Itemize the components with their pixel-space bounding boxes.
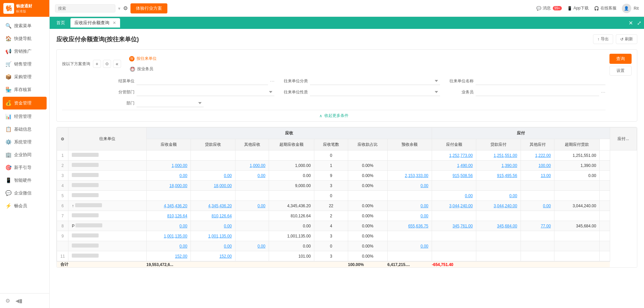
unit-nature-select[interactable] [310,88,440,96]
refresh-icon: ↺ [620,37,624,42]
hardware-icon: 📱 [5,177,11,183]
salesman-input[interactable] [476,88,599,96]
sidebar-item-enterprise[interactable]: 🏢 企业协同 [0,148,49,161]
th-settings[interactable]: ⚙ [57,128,68,150]
sidebar-item-shortcut[interactable]: 🏠 快捷导航 [0,32,49,45]
th-ap-overdue: 超期应付货款 [554,139,600,150]
sidebar-item-inventory[interactable]: 🏪 库存核算 [0,83,49,96]
marketing-icon: 📢 [5,48,11,54]
dept-manager-select[interactable] [137,88,274,96]
total-ar-amount: 19,553,472,6... [147,261,191,267]
sidebar-item-wechat[interactable]: 💬 企业微信 [0,187,49,200]
total-row: 合计 19,553,472,6... 100.00% 6,417,215....… [57,261,637,267]
settlement-unit-input[interactable] [137,77,268,85]
add-filter-btn[interactable]: + [93,60,101,68]
unit-category-select[interactable] [310,77,440,85]
th-ar-loan: 贷款应收 [191,139,235,150]
filter-unit-nature: 往来单位性质 [281,88,440,96]
sidebar-item-system[interactable]: ⚙️ 系统管理 [0,136,49,148]
logo-icon: 畅 [3,3,14,14]
partner-name [68,171,147,181]
filter-main: 按以下方案查询 + ⊙ « W 按往来单位 ⏰ 按 [62,54,605,121]
table-row: 91,001,135.001,001,135.001,001,135.0030.… [57,231,637,241]
inventory-icon: 🏪 [5,87,11,93]
sidebar-item-operation[interactable]: 📊 经营管理 [0,110,49,123]
sidebar-item-guide[interactable]: 🎯 新手引导 [0,161,49,174]
messages-btn[interactable]: 💬 消息 99+ [536,5,562,11]
page-container: 应收应付余额查询(按往来单位) ↑ 导出 ↺ 刷新 按以下方案查询 + [50,29,644,308]
partner-name [68,191,147,201]
filter-nav-by-staff[interactable]: ⏰ 按业务员 [127,64,159,74]
salesman-dots[interactable]: ··· [601,89,605,95]
breadcrumb-search-input[interactable] [55,4,115,12]
total-ar-other [235,261,269,267]
chevron-up-icon: ∧ [319,114,322,118]
filter-nav: W 按往来单位 ⏰ 按业务员 [126,54,159,74]
basic-icon: 📋 [5,126,11,132]
app-download-btn[interactable]: 📱 App下载 [567,5,589,11]
sidebar-item-finance[interactable]: 💰 资金管理 [3,97,47,109]
th-partner: 往来单位 [68,128,147,150]
sidebar-item-sales[interactable]: 🛒 销售管理 [0,58,49,71]
header-actions: 💬 消息 99+ 📱 App下载 🎧 在线客服 👤 Rit [536,4,639,13]
partner-name [68,231,147,241]
home-icon: 🏠 [5,36,11,42]
partner-name [68,251,147,262]
sidebar-item-search[interactable]: 🔍 搜索菜单 [0,19,49,32]
bottom-collapse-icon[interactable]: ◀▮ [15,298,22,304]
bottom-settings-icon[interactable]: ⚙ [5,298,10,304]
tab-maximize-icon[interactable]: ⤢ [637,20,641,26]
partner-name: ↑ [68,201,147,211]
collapse-btn[interactable]: ∧ 收起更多条件 [62,110,605,121]
settlement-unit-dots[interactable]: ··· [270,78,274,84]
user-profile[interactable]: 👤 Rit [622,4,639,13]
tab-home[interactable]: 首页 [52,18,69,28]
sidebar-item-member[interactable]: ⚡ 畅会员 [0,200,49,212]
filter-row-3: 部门 [116,99,605,107]
data-table-wrapper: ⚙ 往来单位 应收 应付 应付... 应收金额 贷款应收 其他应收 超期应收金额… [56,127,637,268]
sidebar-nav: 🔍 搜索菜单 🏠 快捷导航 📢 营销推广 🛒 销售管理 📦 采购管理 🏪 库存核… [0,17,49,293]
username: Rit [634,6,639,11]
header-breadcrumb: ▾ ⚙ 体验行业方案 [55,3,532,13]
total-ap-amount: -654,751.40 [432,261,476,267]
tab-close-icon[interactable]: ✕ [113,20,116,25]
filter-row-1: 结算单位 ··· 往来单位分类 往来单位名称 [116,77,605,85]
header-settings-icon[interactable]: ⚙ [123,5,128,11]
trial-btn[interactable]: 体验行业方案 [130,3,167,13]
th-ap-group: 应付 [432,128,610,139]
table-row: 418,000.0018,000.009,000.0030.00%0.00 [57,181,637,191]
unit-name-input[interactable] [476,77,605,85]
app-icon: 📱 [567,6,572,11]
collapse-filter-btn[interactable]: « [113,60,121,68]
tab-ar-ap[interactable]: 应收应付余额查询 ✕ [70,18,120,28]
table-row: 21,000.001,000.001,000.0010.00%1,490.001… [57,161,637,171]
top-header: ▾ ⚙ 体验行业方案 💬 消息 99+ 📱 App下载 🎧 在线客服 👤 Rit [50,0,644,17]
total-ar-ratio: 100.00% [348,261,387,267]
logo-text: 畅捷通财 标准版 [16,3,32,14]
setting-btn[interactable]: 设置 [609,66,632,76]
sidebar-item-marketing[interactable]: 📢 营销推广 [0,45,49,58]
tab-close-window-icon[interactable]: ✕ [629,20,633,26]
online-service-btn[interactable]: 🎧 在线客服 [594,5,616,11]
filter-nav-by-unit[interactable]: W 按往来单位 [126,54,159,63]
filter-header-icons: + ⊙ « [93,60,121,68]
refresh-btn[interactable]: ↺ 刷新 [616,34,637,44]
department-select[interactable] [137,99,204,107]
purchase-icon: 📦 [5,74,11,80]
query-btn[interactable]: 查询 [609,54,632,64]
export-btn[interactable]: ↑ 导出 [593,34,613,44]
filter-section: 按以下方案查询 + ⊙ « W 按往来单位 ⏰ 按 [56,49,637,122]
table-row: 7810,126.64810,126.64810,126.6420.00%0.0… [57,211,637,221]
sidebar-item-hardware[interactable]: 📱 智能硬件 [0,174,49,187]
search-icon: 🔍 [5,23,11,29]
sidebar-item-basic[interactable]: 📋 基础信息 [0,123,49,136]
th-ap-more: 应付... [610,128,637,150]
sidebar-item-purchase[interactable]: 📦 采购管理 [0,71,49,83]
finance-icon: 💰 [5,100,11,106]
table-row: 101,252,773.001,251,551.001,222.001,251,… [57,150,637,161]
filter-department: 部门 [116,99,204,107]
partner-name [68,161,147,171]
settings-filter-btn[interactable]: ⊙ [103,60,111,68]
breadcrumb-chevron-icon[interactable]: ▾ [118,6,120,11]
wechat-icon: 💬 [5,190,11,196]
